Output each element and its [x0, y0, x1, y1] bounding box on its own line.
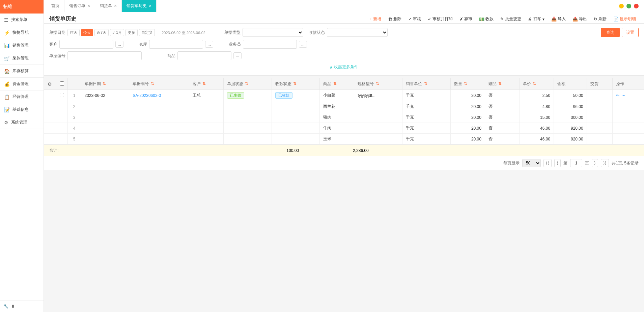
sidebar-item-purchase-mgmt[interactable]: 🛒 采购管理	[0, 52, 44, 65]
doc-no-cell[interactable]: SA-20230602-0	[129, 90, 189, 101]
audit-button[interactable]: ✓ 审核	[405, 15, 424, 23]
checkbox-cell[interactable]	[56, 123, 67, 134]
next-page-btn[interactable]: ⟩	[592, 159, 598, 167]
gift-col-header[interactable]: 赠品 ⇅	[485, 78, 519, 90]
collapse-filter-btn[interactable]: ∧ 收起更多条件	[49, 63, 639, 71]
sidebar-item-inventory[interactable]: 🏠 库存核算	[0, 65, 44, 78]
date-yesterday-btn[interactable]: 昨天	[67, 29, 80, 36]
doc-no-cell[interactable]	[129, 123, 189, 134]
column-settings-icon[interactable]: ⚙	[48, 81, 52, 87]
doc-status-sort-icon[interactable]: ⇅	[245, 81, 248, 86]
unit-price-col-header[interactable]: 单价 ⇅	[520, 78, 554, 90]
tab-sales-goods-history[interactable]: 销货单历史 ✕	[122, 0, 157, 12]
abandon-button[interactable]: ✗ 弃审	[457, 15, 475, 23]
date-7days-btn[interactable]: 近7天	[94, 29, 109, 36]
delete-button[interactable]: 🗑 删除	[385, 15, 404, 23]
doc-type-select[interactable]	[243, 28, 303, 37]
customer-input[interactable]	[59, 40, 113, 49]
checkbox-col-header[interactable]	[56, 78, 67, 90]
sidebar-bottom-icon2[interactable]: ⏸	[11, 304, 15, 309]
window-minimize-btn[interactable]	[619, 4, 624, 8]
show-detail-button[interactable]: 📄 显示明细	[611, 15, 639, 23]
edit-action-link[interactable]: ✏	[616, 93, 619, 98]
salesperson-ellipsis-btn[interactable]: ...	[299, 41, 307, 48]
page-size-select[interactable]: 50 100 200	[522, 159, 541, 167]
unit-price-sort-icon[interactable]: ⇅	[533, 81, 536, 86]
checkbox-cell[interactable]	[56, 112, 67, 123]
checkbox-cell[interactable]	[56, 90, 67, 101]
window-maximize-btn[interactable]	[626, 4, 631, 8]
checkbox-cell[interactable]	[56, 134, 67, 145]
sidebar-item-quick-nav[interactable]: ⚡ 快捷导航	[0, 26, 44, 39]
goods-sort-icon[interactable]: ⇅	[333, 81, 337, 86]
checkbox-cell[interactable]	[56, 101, 67, 112]
sidebar-item-search-menu[interactable]: ☰ 搜索菜单	[0, 14, 44, 26]
payment-status-select[interactable]	[327, 28, 388, 37]
tab-sales-goods-history-close[interactable]: ✕	[149, 4, 151, 8]
date-today-btn[interactable]: 今天	[81, 29, 93, 36]
more-action-link[interactable]: ⋯	[621, 93, 625, 98]
import-icon: 📥	[551, 17, 557, 22]
goods-col-header[interactable]: 商品 ⇅	[320, 78, 354, 90]
goods-input[interactable]	[177, 51, 231, 60]
doc-date-sort-icon[interactable]: ⇅	[103, 81, 106, 86]
sidebar-item-finance-mgmt[interactable]: 💰 资金管理	[0, 78, 44, 90]
doc-no-input[interactable]	[67, 51, 142, 60]
date-custom-btn[interactable]: 自定义	[139, 29, 155, 36]
tab-sales-order[interactable]: 销售订单 ✕	[64, 0, 95, 12]
page-number-input[interactable]	[570, 159, 582, 167]
unit-col-header[interactable]: 销售单位 ⇅	[402, 78, 451, 90]
last-page-btn[interactable]: ⟩⟩	[601, 159, 609, 167]
sidebar-item-ops-mgmt[interactable]: 📋 经营管理	[0, 90, 44, 103]
doc-status-col-header[interactable]: 单据状态 ⇅	[224, 78, 272, 90]
window-close-btn[interactable]	[634, 4, 639, 8]
customer-col-header[interactable]: 客户 ⇅	[189, 78, 223, 90]
spec-col-header[interactable]: 规格型号 ⇅	[354, 78, 402, 90]
salesperson-input[interactable]	[243, 40, 297, 49]
collect-button[interactable]: 💵 收款	[476, 15, 496, 23]
prev-page-btn[interactable]: ⟨	[554, 159, 561, 167]
doc-no-sort-icon[interactable]: ⇅	[151, 81, 154, 86]
date-more-btn[interactable]: 更多	[125, 29, 138, 36]
new-button[interactable]: + 新增	[367, 15, 384, 23]
qty-col-header[interactable]: 数量 ⇅	[450, 78, 485, 90]
search-button[interactable]: 查询	[601, 28, 620, 37]
first-page-btn[interactable]: ⟨⟨	[543, 159, 552, 167]
doc-no-cell[interactable]	[129, 134, 189, 145]
customer-sort-icon[interactable]: ⇅	[202, 81, 206, 86]
batch-change-button[interactable]: ✎ 批量变更	[498, 15, 524, 23]
row-checkbox[interactable]	[60, 93, 64, 97]
sidebar-bottom-icon1[interactable]: 🔧	[3, 304, 8, 309]
date-1month-btn[interactable]: 近1月	[110, 29, 124, 36]
settings-col-header[interactable]: ⚙	[44, 78, 56, 90]
warehouse-input[interactable]	[149, 40, 203, 49]
select-all-checkbox[interactable]	[60, 81, 64, 86]
sidebar-item-sys-mgmt[interactable]: ⚙ 系统管理	[0, 116, 44, 129]
qty-sort-icon[interactable]: ⇅	[464, 81, 467, 86]
sidebar-item-sales-mgmt[interactable]: 📊 销售管理	[0, 39, 44, 52]
spec-sort-icon[interactable]: ⇅	[376, 81, 379, 86]
tab-home[interactable]: 首页	[47, 0, 64, 12]
unit-sort-icon[interactable]: ⇅	[424, 81, 427, 86]
payment-status-sort-icon[interactable]: ⇅	[293, 81, 297, 86]
refresh-button[interactable]: ↻ 刷新	[591, 15, 609, 23]
tab-sales-goods-close[interactable]: ✕	[114, 4, 117, 8]
doc-date-col-header[interactable]: 单据日期 ⇅	[81, 78, 129, 90]
doc-no-cell[interactable]	[129, 101, 189, 112]
gift-sort-icon[interactable]: ⇅	[498, 81, 502, 86]
doc-no-col-header[interactable]: 单据编号 ⇅	[129, 78, 189, 90]
export-button[interactable]: 📤 导出	[570, 15, 590, 23]
audit-print-button[interactable]: ✓ 审核并打印	[425, 15, 455, 23]
customer-ellipsis-btn[interactable]: ...	[115, 41, 123, 48]
goods-ellipsis-btn[interactable]: ...	[233, 52, 242, 59]
import-button[interactable]: 📥 导入	[549, 15, 568, 23]
warehouse-ellipsis-btn[interactable]: ...	[205, 41, 213, 48]
gift-cell: 否	[485, 90, 519, 101]
tab-sales-order-close[interactable]: ✕	[87, 4, 90, 8]
print-button[interactable]: 🖨 打印 ▾	[525, 15, 547, 23]
tab-sales-goods[interactable]: 销货单 ✕	[95, 0, 122, 12]
doc-no-cell[interactable]	[129, 112, 189, 123]
settings-button[interactable]: 设置	[622, 28, 639, 37]
sidebar-item-basic-info[interactable]: 📝 基础信息	[0, 103, 44, 116]
payment-status-col-header[interactable]: 收款状态 ⇅	[272, 78, 320, 90]
